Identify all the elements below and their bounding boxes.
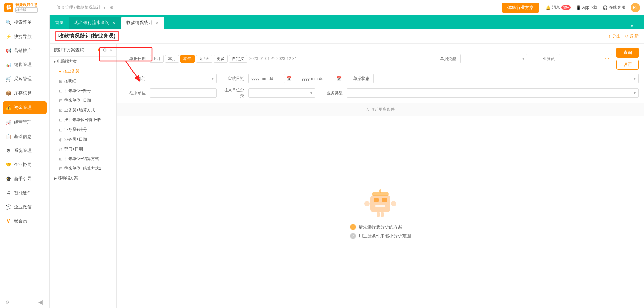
edition-badge: 标准版 bbox=[15, 7, 38, 13]
dept-select[interactable]: ▾ bbox=[150, 74, 217, 83]
filter-settings-button[interactable]: 设置 bbox=[616, 60, 639, 70]
sidebar-item-member[interactable]: V 畅会员 bbox=[0, 214, 49, 228]
counterpart-more-icon[interactable]: ··· bbox=[209, 90, 214, 96]
content-area: 按以下方案查询 + ⚙ « ▾ 电脑端方案 ● 按业务员 bbox=[50, 44, 644, 308]
calendar-to-icon[interactable]: 📅 bbox=[337, 76, 342, 81]
sidebar-item-purchase[interactable]: 🛒 采购管理 bbox=[0, 72, 49, 86]
tab-home[interactable]: 首页 bbox=[50, 17, 69, 29]
query-button[interactable]: 查询 bbox=[616, 48, 639, 58]
review-date-to[interactable] bbox=[299, 74, 335, 83]
date-this-year-btn[interactable]: 本年 bbox=[180, 55, 195, 63]
chevron-down-icon[interactable]: ▾ bbox=[103, 5, 106, 10]
scheme-item-0[interactable]: ● 按业务员 bbox=[50, 66, 116, 76]
sidebar-item-wechat[interactable]: 💬 企业微信 bbox=[0, 200, 49, 214]
scheme-category-mobile[interactable]: ▶ 移动端方案 bbox=[50, 173, 116, 183]
tab-close-bank-flow[interactable]: ✕ bbox=[112, 20, 116, 25]
sidebar-item-search[interactable]: 🔍 搜索菜单 bbox=[0, 15, 49, 30]
date-filter-control: 上月 本月 本年 近7天 更多 自定义 2023-01-01 至 2023-12… bbox=[150, 55, 429, 63]
scheme-item-icon-5: ⊟ bbox=[59, 118, 62, 122]
doc-status-arrow-icon: ▾ bbox=[634, 76, 636, 81]
page-title: 收款情况统计(按业务员) bbox=[55, 31, 119, 41]
date-7days-btn[interactable]: 近7天 bbox=[196, 55, 212, 63]
scheme-collapse-icon[interactable]: « bbox=[110, 47, 112, 53]
refresh-button[interactable]: ↺ 刷新 bbox=[625, 33, 639, 39]
sidebar-item-quick-nav[interactable]: ⚡ 快捷导航 bbox=[0, 30, 49, 44]
date-this-month-btn[interactable]: 本月 bbox=[165, 55, 179, 63]
filter-row-1: 单据日期 上月 本月 本年 近7天 更多 自定义 2023- bbox=[122, 48, 639, 70]
scheme-item-3[interactable]: ⊟ 往来单位+日期 bbox=[50, 96, 116, 105]
date-custom-btn[interactable]: 自定义 bbox=[229, 55, 247, 63]
scheme-item-8[interactable]: ◎ 部门+日期 bbox=[50, 144, 116, 154]
scheme-settings-icon[interactable]: ⚙ bbox=[103, 47, 107, 53]
sidebar-item-guide[interactable]: 🎓 新手引导 bbox=[0, 172, 49, 186]
doc-type-select[interactable]: ▾ bbox=[460, 54, 527, 63]
lightning-icon: ⚡ bbox=[5, 34, 11, 40]
counterpart-category-select[interactable]: ▾ bbox=[248, 88, 315, 98]
box-icon: 📦 bbox=[5, 90, 11, 96]
online-service-btn[interactable]: 🎧 在线客服 bbox=[603, 5, 625, 10]
empty-steps: 1 请先选择要分析的方案 2 用过滤条件来缩小分析范围 bbox=[350, 224, 411, 239]
scheme-item-7[interactable]: ◎ 业务员+日期 bbox=[50, 135, 116, 144]
sidebar-item-basic-info[interactable]: 📋 基础信息 bbox=[0, 130, 49, 144]
date-more-btn[interactable]: 更多 bbox=[214, 55, 228, 63]
scheme-item-6[interactable]: ⊟ 业务员+账号 bbox=[50, 125, 116, 135]
dept-arrow-icon: ▾ bbox=[212, 76, 214, 81]
megaphone-icon: 📢 bbox=[5, 48, 11, 54]
scheme-item-2[interactable]: ⊟ 往来单位+账号 bbox=[50, 86, 116, 96]
sidebar-bottom: ⚙ ◀‖ bbox=[0, 296, 49, 308]
review-date-from[interactable] bbox=[248, 74, 285, 83]
scheme-item-icon-3: ⊟ bbox=[59, 98, 62, 103]
dept-label: 部门 bbox=[122, 76, 146, 82]
sidebar-item-sales[interactable]: 📊 销售管理 bbox=[0, 58, 49, 72]
biz-type-arrow-icon: ▾ bbox=[634, 91, 636, 95]
date-last-month-btn[interactable]: 上月 bbox=[150, 55, 164, 63]
chevron-right-icon: ▶ bbox=[54, 176, 57, 181]
sidebar-item-hardware[interactable]: 🖨 智能硬件 bbox=[0, 186, 49, 200]
user-avatar[interactable]: Rit bbox=[631, 3, 640, 12]
counterpart-cat-arrow-icon: ▾ bbox=[310, 91, 312, 95]
app-download-btn[interactable]: 📱 App下载 bbox=[576, 5, 597, 10]
member-icon: V bbox=[5, 218, 11, 224]
calendar-from-icon[interactable]: 📅 bbox=[286, 76, 291, 81]
scheme-category-pc[interactable]: ▾ 电脑端方案 bbox=[50, 57, 116, 66]
counterpart-select[interactable]: ··· bbox=[150, 88, 217, 98]
sidebar-item-capital[interactable]: 💰 资金管理 bbox=[3, 101, 47, 114]
trial-button[interactable]: 体验行业方案 bbox=[502, 3, 539, 13]
tab-bar: 首页 现金银行流水查询 ✕ 收款情况统计 ✕ ✕ ⛶ bbox=[50, 15, 644, 29]
collapse-bar[interactable]: ∧ 收起更多条件 bbox=[117, 103, 644, 116]
biz-type-select[interactable]: ▾ bbox=[347, 88, 639, 98]
scheme-add-icon[interactable]: + bbox=[97, 47, 100, 53]
svg-point-4 bbox=[364, 201, 370, 206]
sidebar-collapse-icon[interactable]: ◀‖ bbox=[38, 300, 44, 305]
sidebar-item-operation[interactable]: 📈 经营管理 bbox=[0, 115, 49, 130]
review-date-range: 📅 — 📅 bbox=[248, 74, 342, 83]
scheme-item-9[interactable]: ⊞ 往来单位+结算方式 bbox=[50, 154, 116, 164]
tab-bank-flow[interactable]: 现金银行流水查询 ✕ bbox=[69, 17, 121, 29]
window-maximize-icon[interactable]: ⛶ bbox=[637, 23, 641, 29]
scheme-item-5[interactable]: ⊟ 按往来单位+部门+收... bbox=[50, 115, 116, 125]
breadcrumb: 资金管理 / 收款情况统计 ▾ ⚙ bbox=[54, 5, 502, 10]
scheme-header-icons: + ⚙ « bbox=[97, 47, 112, 53]
salesperson-more-icon[interactable]: ··· bbox=[605, 56, 609, 62]
scheme-item-1[interactable]: ⊞ 按明细 bbox=[50, 76, 116, 86]
scheme-item-10[interactable]: ⊟ 往来单位+结算方式2 bbox=[50, 164, 116, 173]
sidebar-item-marketing[interactable]: 📢 营销推广 bbox=[0, 44, 49, 58]
settings-icon[interactable]: ⚙ bbox=[110, 5, 114, 10]
sidebar-item-inventory[interactable]: 📦 库存核算 bbox=[0, 86, 49, 100]
scheme-item-4[interactable]: ⊡ 业务员+结算方式 bbox=[50, 105, 116, 115]
sidebar-item-system[interactable]: ⚙ 系统管理 bbox=[0, 144, 49, 158]
sidebar-item-enterprise[interactable]: 🤝 企业协同 bbox=[0, 158, 49, 172]
sidebar-settings-icon[interactable]: ⚙ bbox=[5, 300, 9, 305]
tab-close-collection-stats[interactable]: ✕ bbox=[155, 20, 159, 25]
export-button[interactable]: ↑ 导出 bbox=[609, 33, 621, 39]
logo-area: 畅 畅捷通好生意 标准版 bbox=[4, 2, 54, 13]
window-close-icon[interactable]: ✕ bbox=[630, 23, 634, 29]
biz-type-label: 业务类型 bbox=[319, 90, 343, 96]
scheme-panel: 按以下方案查询 + ⚙ « ▾ 电脑端方案 ● 按业务员 bbox=[50, 44, 117, 308]
scheme-item-icon-1: ⊞ bbox=[59, 79, 62, 84]
message-btn[interactable]: 🔔 消息 99+ bbox=[546, 5, 571, 10]
salesperson-select[interactable]: ··· bbox=[559, 54, 612, 63]
header-actions: 🔔 消息 99+ 📱 App下载 🎧 在线客服 Rit bbox=[546, 3, 640, 12]
tab-collection-stats[interactable]: 收款情况统计 ✕ bbox=[121, 17, 164, 29]
doc-status-select[interactable]: ▾ bbox=[373, 74, 639, 83]
